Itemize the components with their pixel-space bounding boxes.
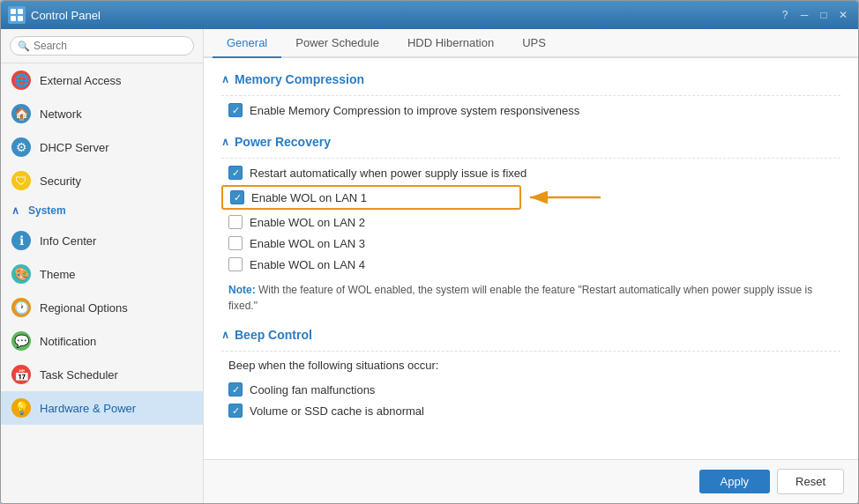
wol-lan4-checkbox[interactable] [228, 257, 243, 271]
notification-icon: 💬 [11, 331, 31, 351]
chevron-up-icon[interactable]: ∧ [221, 73, 229, 85]
dhcp-icon: ⚙ [11, 137, 31, 157]
sidebar-item-label: External Access [40, 74, 122, 87]
title-bar-left: Control Panel [8, 6, 101, 24]
sidebar-item-security[interactable]: 🛡 Security [1, 164, 203, 197]
wol-lan1-checkbox[interactable] [230, 190, 244, 204]
volume-ssd-label: Volume or SSD cache is abnormal [250, 404, 424, 418]
sidebar-item-regional-options[interactable]: 🕐 Regional Options [1, 291, 203, 324]
sidebar-item-theme[interactable]: 🎨 Theme [1, 257, 203, 291]
sidebar-item-hardware-power[interactable]: 💡 Hardware & Power [1, 391, 203, 425]
divider-3 [221, 351, 840, 352]
maximize-button[interactable]: □ [816, 7, 832, 23]
tab-hdd-hibernation[interactable]: HDD Hibernation [393, 29, 508, 58]
svg-rect-1 [18, 9, 23, 14]
wol-lan3-checkbox[interactable] [228, 236, 243, 250]
wol-lan3-label: Enable WOL on LAN 3 [250, 237, 365, 250]
cooling-fan-label: Cooling fan malfunctions [250, 383, 375, 397]
control-panel-window: Control Panel ? ─ □ ✕ 🔍 🌐 External Acces… [0, 0, 859, 504]
apply-button[interactable]: Apply [699, 470, 771, 493]
restart-auto-checkbox[interactable] [228, 166, 243, 180]
cooling-fan-checkbox[interactable] [228, 382, 243, 397]
svg-rect-3 [18, 16, 23, 21]
sidebar-item-label: Task Scheduler [40, 368, 118, 382]
sidebar-item-label: Info Center [40, 234, 96, 248]
sidebar-item-label: Notification [40, 335, 96, 348]
tab-ups[interactable]: UPS [508, 29, 560, 58]
hardware-power-icon: 💡 [11, 398, 31, 418]
wol-lan4-label: Enable WOL on LAN 4 [250, 258, 365, 271]
sidebar-item-network[interactable]: 🏠 Network [1, 97, 203, 130]
sidebar: 🔍 🌐 External Access 🏠 Network ⚙ DHCP Ser… [1, 29, 204, 503]
sidebar-system-header: ∧ System [1, 197, 203, 224]
beep-description-text: Beep when the following situations occur… [228, 359, 438, 372]
enable-memory-compression-checkbox[interactable] [228, 103, 243, 117]
beep-description: Beep when the following situations occur… [221, 355, 840, 375]
note-label: Note: [228, 284, 256, 296]
section-title-text: Memory Compression [235, 72, 364, 86]
info-center-icon: ℹ [11, 231, 31, 250]
volume-ssd-checkbox[interactable] [228, 404, 243, 418]
cooling-fan-option: Cooling fan malfunctions [221, 379, 840, 400]
help-button[interactable]: ? [777, 7, 793, 23]
chevron-up-icon-3[interactable]: ∧ [221, 329, 229, 341]
sidebar-item-label: Network [40, 107, 82, 121]
section-title-text: Power Recovery [235, 135, 331, 149]
section-title-text: Beep Control [235, 328, 312, 342]
wol-lan1-option: Enable WOL on LAN 1 [221, 185, 521, 210]
section-label: System [28, 204, 66, 217]
svg-rect-0 [11, 9, 16, 14]
footer: Apply Reset [204, 459, 858, 503]
memory-compression-section-title: ∧ Memory Compression [221, 72, 840, 86]
sidebar-item-label: Security [40, 174, 81, 188]
enable-memory-compression-label: Enable Memory Compression to improve sys… [250, 104, 579, 117]
sidebar-item-task-scheduler[interactable]: 📅 Task Scheduler [1, 358, 203, 391]
collapse-icon: ∧ [11, 204, 19, 217]
reset-button[interactable]: Reset [777, 469, 844, 494]
svg-rect-2 [11, 16, 16, 21]
search-box: 🔍 [10, 36, 194, 56]
beep-control-section-title: ∧ Beep Control [221, 328, 840, 342]
wol-lan2-label: Enable WOL on LAN 2 [250, 216, 365, 229]
volume-ssd-option: Volume or SSD cache is abnormal [221, 400, 840, 421]
close-button[interactable]: ✕ [835, 7, 851, 23]
wol-lan4-option: Enable WOL on LAN 4 [221, 254, 840, 275]
chevron-up-icon-2[interactable]: ∧ [221, 136, 229, 148]
window-controls: ? ─ □ ✕ [777, 7, 851, 23]
theme-icon: 🎨 [11, 264, 31, 284]
divider [221, 95, 840, 96]
wol-lan1-label: Enable WOL on LAN 1 [251, 191, 367, 204]
wol-note: Note: With the feature of WOL enabled, t… [228, 282, 840, 314]
tab-power-schedule[interactable]: Power Schedule [281, 29, 393, 58]
task-scheduler-icon: 📅 [11, 365, 31, 384]
wol-lan2-checkbox[interactable] [228, 215, 243, 229]
arrow-annotation [521, 184, 609, 211]
sidebar-item-dhcp[interactable]: ⚙ DHCP Server [1, 130, 203, 164]
search-input[interactable] [34, 40, 186, 52]
sidebar-item-notification[interactable]: 💬 Notification [1, 324, 203, 358]
sidebar-item-label: DHCP Server [40, 141, 109, 154]
window-title: Control Panel [31, 9, 101, 22]
wol-lan1-row-wrapper: Enable WOL on LAN 1 [221, 183, 840, 211]
minimize-button[interactable]: ─ [796, 7, 812, 23]
regional-options-icon: 🕐 [11, 298, 31, 317]
sidebar-item-external-access[interactable]: 🌐 External Access [1, 63, 203, 97]
sidebar-search-container: 🔍 [1, 29, 203, 63]
title-bar: Control Panel ? ─ □ ✕ [1, 1, 858, 29]
external-access-icon: 🌐 [11, 70, 31, 90]
sidebar-item-label: Theme [40, 268, 75, 281]
wol-lan3-option: Enable WOL on LAN 3 [221, 233, 840, 254]
app-icon [8, 6, 26, 24]
sidebar-item-label: Hardware & Power [40, 402, 136, 415]
divider-2 [221, 158, 840, 159]
wol-lan2-option: Enable WOL on LAN 2 [221, 211, 840, 233]
restart-auto-option: Restart automatically when power supply … [221, 162, 840, 183]
memory-compression-option: Enable Memory Compression to improve sys… [221, 100, 840, 121]
sidebar-item-info-center[interactable]: ℹ Info Center [1, 224, 203, 257]
tab-general[interactable]: General [213, 29, 281, 58]
main-content: 🔍 🌐 External Access 🏠 Network ⚙ DHCP Ser… [1, 29, 858, 503]
network-icon: 🏠 [11, 104, 31, 123]
search-icon: 🔍 [18, 41, 30, 52]
restart-auto-label: Restart automatically when power supply … [250, 167, 527, 180]
note-content: With the feature of WOL enabled, the sys… [228, 284, 812, 312]
